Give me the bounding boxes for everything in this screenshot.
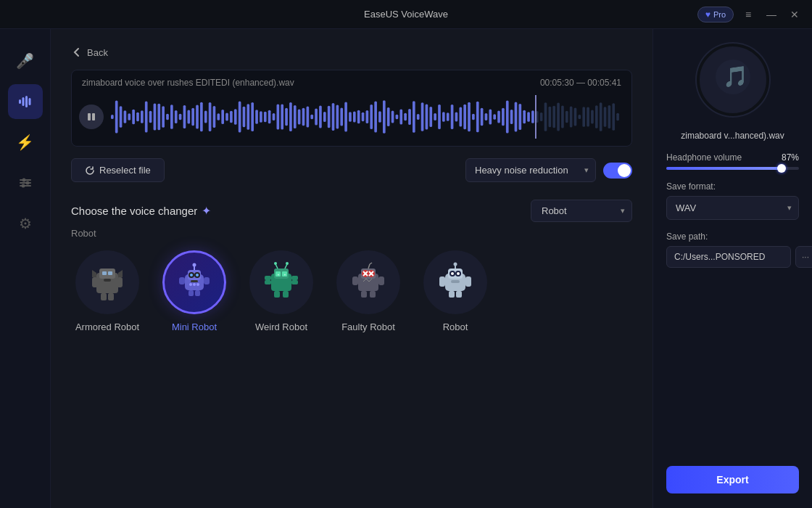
svg-rect-129 [608, 105, 611, 128]
svg-rect-95 [463, 105, 466, 129]
svg-rect-56 [298, 110, 301, 125]
save-format-section: Save format: WAV MP3 FLAC AAC [666, 181, 799, 220]
close-button[interactable]: ✕ [786, 6, 803, 23]
volume-slider-fill [666, 167, 782, 170]
svg-rect-125 [591, 110, 594, 124]
svg-rect-85 [421, 102, 424, 131]
svg-rect-17 [132, 110, 135, 124]
svg-rect-82 [408, 109, 411, 125]
svg-rect-61 [319, 106, 322, 128]
svg-rect-34 [204, 111, 207, 123]
svg-rect-137 [104, 279, 111, 282]
export-button[interactable]: Export [666, 466, 799, 493]
sidebar-item-lightning[interactable]: ⚡ [8, 125, 43, 160]
svg-rect-116 [552, 106, 555, 128]
svg-rect-120 [570, 106, 573, 127]
svg-rect-66 [340, 108, 343, 126]
svg-rect-117 [557, 103, 560, 131]
svg-rect-41 [234, 109, 237, 124]
svg-rect-63 [328, 106, 331, 128]
sparkle-icon: ✦ [202, 204, 211, 218]
svg-rect-43 [243, 107, 246, 128]
svg-rect-65 [336, 105, 339, 128]
voice-changer-title: Choose the voice changer ✦ [71, 204, 211, 218]
svg-rect-12 [111, 115, 114, 119]
svg-rect-1 [22, 97, 24, 106]
svg-rect-50 [273, 113, 276, 120]
svg-rect-187 [370, 291, 376, 298]
sidebar-item-equalizer[interactable] [8, 165, 43, 200]
svg-rect-135 [102, 271, 107, 275]
svg-rect-51 [277, 104, 280, 129]
pro-badge[interactable]: ♥ Pro [697, 7, 734, 22]
save-path-input[interactable] [666, 246, 791, 268]
svg-point-149 [196, 274, 199, 276]
svg-rect-96 [468, 102, 471, 131]
svg-rect-84 [417, 114, 420, 120]
play-pause-button[interactable] [79, 105, 104, 129]
mini-robot-label: Mini Robot [172, 321, 217, 332]
volume-label: Headphone volume [666, 152, 742, 163]
app-title: EaseUS VoiceWave [364, 9, 448, 20]
save-path-section: Save path: ··· [666, 232, 799, 268]
svg-rect-200 [451, 280, 460, 283]
voice-category-select-wrap: Robot Alien Monster Male Female [531, 200, 632, 222]
voice-category-select[interactable]: Robot Alien Monster Male Female [531, 200, 632, 222]
menu-button[interactable]: ≡ [740, 6, 757, 23]
svg-rect-38 [221, 110, 224, 124]
svg-rect-89 [438, 105, 441, 129]
svg-rect-3 [28, 98, 30, 105]
svg-rect-166 [265, 276, 271, 280]
svg-rect-92 [451, 105, 454, 129]
svg-rect-128 [604, 107, 607, 126]
svg-rect-130 [612, 103, 615, 130]
svg-rect-79 [396, 115, 399, 119]
svg-rect-75 [378, 111, 381, 123]
sidebar-item-waveform[interactable] [8, 84, 43, 119]
reselect-button[interactable]: Reselect file [71, 158, 165, 182]
svg-rect-27 [175, 110, 178, 123]
faulty-robot-label: Faulty Robot [341, 321, 395, 332]
robot-card-faulty[interactable]: Faulty Robot [332, 250, 405, 332]
robot-card-weird[interactable]: + + [245, 250, 318, 332]
robot-card-mini[interactable]: Mini Robot [158, 250, 231, 332]
svg-rect-14 [120, 106, 123, 128]
waveform-time: 00:05:30 — 00:05:41 [540, 78, 621, 88]
faulty-robot-icon [336, 250, 400, 314]
svg-point-148 [190, 274, 193, 276]
svg-line-188 [368, 264, 370, 269]
sidebar-item-microphone[interactable]: 🎤 [8, 44, 43, 78]
svg-rect-107 [515, 102, 518, 131]
svg-rect-113 [540, 112, 543, 121]
noise-toggle[interactable] [603, 163, 632, 179]
robot-card-armored[interactable]: Armored Robot [71, 250, 144, 332]
svg-rect-64 [332, 103, 335, 131]
minimize-button[interactable]: — [763, 6, 780, 23]
svg-point-8 [25, 181, 29, 185]
svg-rect-122 [579, 115, 581, 119]
voice-changer-header: Choose the voice changer ✦ Robot Alien M… [71, 200, 632, 222]
svg-rect-154 [191, 280, 198, 282]
svg-text:+: + [284, 272, 286, 276]
format-select[interactable]: WAV MP3 FLAC AAC [666, 196, 799, 220]
svg-rect-106 [510, 110, 513, 124]
waveform-visual[interactable]: // Generate waveform bars inline [111, 95, 624, 139]
back-button[interactable]: Back [71, 46, 632, 58]
svg-rect-170 [274, 291, 280, 298]
svg-rect-104 [502, 108, 505, 126]
robot-card-robot[interactable]: Robot [419, 250, 492, 332]
volume-slider[interactable] [666, 167, 799, 170]
svg-rect-20 [145, 101, 148, 132]
svg-rect-158 [188, 290, 194, 296]
svg-rect-83 [413, 101, 415, 132]
svg-rect-59 [310, 115, 313, 119]
noise-select-wrap: Heavy noise reduction Light noise reduct… [465, 158, 632, 182]
svg-rect-54 [289, 102, 292, 131]
svg-rect-73 [370, 105, 373, 129]
svg-rect-60 [315, 109, 318, 126]
sidebar-item-settings[interactable]: ⚙ [8, 206, 43, 241]
svg-rect-36 [213, 106, 216, 128]
noise-reduction-select[interactable]: Heavy noise reduction Light noise reduct… [465, 158, 596, 182]
browse-button[interactable]: ··· [795, 246, 812, 268]
svg-rect-40 [230, 111, 233, 123]
